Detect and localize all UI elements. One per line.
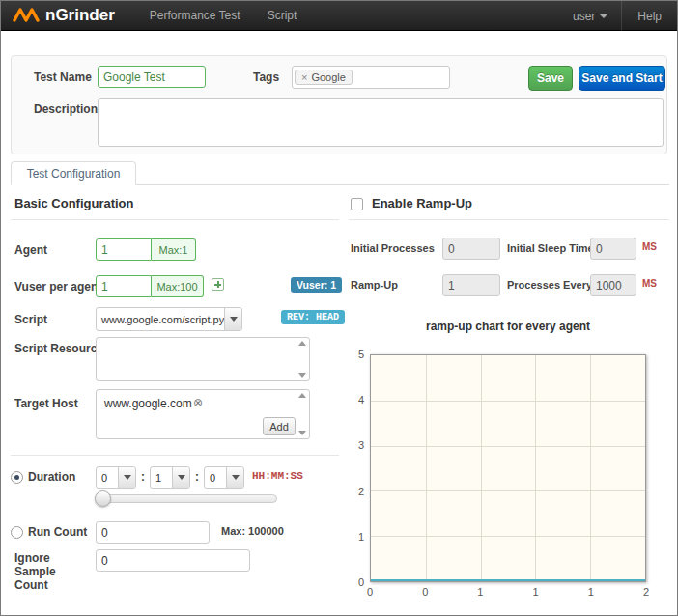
agent-max-addon: Max:1 xyxy=(152,238,196,261)
ramp-chart-xaxis: 001112 xyxy=(370,586,646,602)
ramp-chart-yaxis: 543210 xyxy=(347,354,364,582)
run-count-max-label: Max: 100000 xyxy=(221,525,284,537)
target-host-scrollbar xyxy=(297,393,307,435)
add-host-button[interactable]: Add xyxy=(263,417,296,435)
run-count-label: Run Count xyxy=(28,525,87,539)
initial-sleep-time-input[interactable] xyxy=(590,238,636,260)
navbar: nGrinder Performance Test Script user He… xyxy=(1,1,677,31)
vuser-max-addon: Max:100 xyxy=(152,275,204,297)
nav-item-performance-test[interactable]: Performance Test xyxy=(150,9,240,22)
duration-minute-value: 1 xyxy=(151,467,172,488)
test-header-panel: Test Name Tags × Google Save Save and St… xyxy=(11,55,667,154)
initial-sleep-time-label: Initial Sleep Time xyxy=(507,242,594,254)
scroll-down-icon[interactable] xyxy=(298,373,306,378)
target-host-label: Target Host xyxy=(14,397,78,410)
ignore-sample-count-label: Ignore Sample Count xyxy=(14,551,92,592)
y-tick-label: 5 xyxy=(358,349,364,360)
help-link[interactable]: Help xyxy=(621,1,677,31)
script-label: Script xyxy=(14,313,47,326)
initial-processes-label: Initial Processes xyxy=(351,242,435,254)
vuser-count-badge: Vuser: 1 xyxy=(291,277,342,293)
x-tick-label: 1 xyxy=(533,586,539,598)
duration-hour-select[interactable]: 0 xyxy=(96,466,136,489)
enable-ramp-up-label: Enable Ramp-Up xyxy=(372,196,472,210)
user-menu[interactable]: user xyxy=(559,10,621,23)
duration-slider-handle[interactable] xyxy=(95,490,111,507)
ngrinder-window: nGrinder Performance Test Script user He… xyxy=(0,0,678,616)
duration-slider-track[interactable] xyxy=(98,494,277,503)
scroll-down-icon[interactable] xyxy=(298,431,306,435)
x-tick-label: 2 xyxy=(643,586,649,598)
processes-every-label: Processes Every xyxy=(507,279,592,291)
script-resources-box[interactable] xyxy=(96,337,310,381)
duration-hour-arrow xyxy=(118,467,135,488)
duration-minute-select[interactable]: 1 xyxy=(150,466,190,489)
initial-sleep-ms-unit: MS xyxy=(642,241,657,252)
script-resources-scrollbar xyxy=(297,341,307,378)
y-tick-label: 1 xyxy=(358,531,364,543)
brand-link[interactable]: nGrinder xyxy=(13,6,115,25)
tags-label: Tags xyxy=(253,70,279,84)
ramp-up-input[interactable] xyxy=(442,274,500,296)
test-name-input[interactable] xyxy=(98,66,206,88)
scroll-up-icon[interactable] xyxy=(298,393,306,398)
ramp-up-label: Ramp-Up xyxy=(351,279,398,291)
script-select-value: www.google.com/script.py xyxy=(97,308,224,330)
vuser-per-agent-label: Vuser per agent xyxy=(14,280,101,294)
duration-separator: : xyxy=(195,470,199,484)
duration-label: Duration xyxy=(28,470,75,484)
brand-text: nGrinder xyxy=(45,6,115,25)
gridline-horizontal xyxy=(371,446,645,447)
script-revision-badge: REV: HEAD xyxy=(281,310,345,324)
processes-every-ms-unit: MS xyxy=(642,278,657,289)
duration-separator: : xyxy=(141,470,145,484)
agent-input[interactable] xyxy=(96,238,152,261)
description-textarea[interactable] xyxy=(98,98,664,147)
target-host-value: www.google.com xyxy=(104,397,192,410)
series-line-processes-per-agent xyxy=(371,579,645,581)
run-count-input[interactable] xyxy=(96,521,210,544)
save-button[interactable]: Save xyxy=(528,66,573,91)
remove-tag-icon[interactable]: × xyxy=(301,71,307,83)
ramp-chart-plot xyxy=(370,354,646,582)
run-count-radio[interactable] xyxy=(11,526,23,539)
gridline-vertical xyxy=(535,355,536,581)
remove-host-icon[interactable]: ⊗ xyxy=(193,396,203,409)
duration-divider xyxy=(11,455,339,456)
x-tick-label: 0 xyxy=(367,586,373,598)
description-label: Description xyxy=(34,102,98,116)
y-tick-label: 3 xyxy=(358,439,364,451)
target-host-box[interactable]: www.google.com ⊗ Add xyxy=(96,389,310,439)
y-tick-label: 2 xyxy=(358,486,364,497)
ngrinder-logo-icon xyxy=(13,7,40,24)
tag-chip: × Google xyxy=(295,70,353,85)
ramp-up-chart-title: ramp-up chart for every agent xyxy=(368,320,648,333)
chevron-down-icon xyxy=(178,475,185,480)
agent-label: Agent xyxy=(14,243,47,257)
nav-item-script[interactable]: Script xyxy=(268,9,297,22)
save-and-start-button[interactable]: Save and Start xyxy=(579,66,665,91)
gridline-horizontal xyxy=(371,401,645,402)
duration-second-select[interactable]: 0 xyxy=(204,466,244,489)
vuser-detail-plus-icon[interactable] xyxy=(212,278,224,291)
processes-every-input[interactable] xyxy=(590,274,636,296)
scroll-up-icon[interactable] xyxy=(298,341,306,346)
y-tick-label: 0 xyxy=(358,576,364,588)
initial-processes-input[interactable] xyxy=(442,238,500,260)
script-select-arrow xyxy=(224,308,241,330)
duration-second-value: 0 xyxy=(205,467,226,488)
script-select[interactable]: www.google.com/script.py xyxy=(96,307,242,331)
vuser-input[interactable] xyxy=(96,275,152,297)
ignore-sample-count-input[interactable] xyxy=(96,549,250,572)
chevron-down-icon xyxy=(230,317,238,322)
enable-ramp-up-checkbox[interactable] xyxy=(351,198,363,210)
nav-menu: Performance Test Script xyxy=(150,9,297,22)
duration-radio[interactable] xyxy=(11,471,23,484)
gridline-horizontal xyxy=(371,490,645,491)
ramp-up-divider xyxy=(349,219,669,220)
tab-test-configuration[interactable]: Test Configuration xyxy=(11,161,136,185)
basic-configuration-title: Basic Configuration xyxy=(14,196,134,210)
y-tick-label: 4 xyxy=(358,394,364,406)
nav-right: user Help xyxy=(559,1,677,31)
tags-input[interactable]: × Google xyxy=(292,66,450,89)
